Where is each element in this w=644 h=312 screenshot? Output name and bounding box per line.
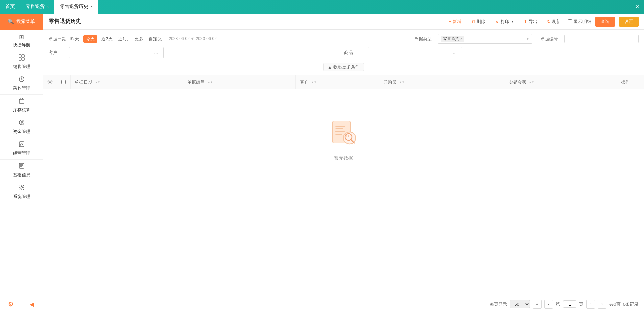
first-page-button[interactable]: « <box>533 300 542 309</box>
voucher-type-select[interactable]: 零售退货 × ▼ <box>438 34 532 44</box>
th-amount: 实销金额 ▲▼ <box>505 75 617 89</box>
sidebar-item-quick-nav[interactable]: ⊞ 快捷导航 <box>0 30 43 51</box>
th-customer-sort[interactable]: ▲▼ <box>311 81 317 84</box>
export-button[interactable]: ⬆ 导出 <box>521 17 540 26</box>
date-opt-more[interactable]: 更多 <box>133 35 145 43</box>
collapse-button[interactable]: ▲ 收起更多条件 <box>323 63 364 71</box>
table-header-row: 单据日期 ▲▼ 单据编号 ▲▼ 客户 ▲▼ 导购员 <box>43 75 644 89</box>
tab-retail-return-label: 零售退货 <box>26 4 45 10</box>
sidebar-item-finance[interactable]: 资金管理 <box>0 116 43 138</box>
voucher-type-dropdown-icon: ▼ <box>526 37 529 41</box>
th-spacer <box>477 75 505 89</box>
sidebar-item-system[interactable]: 系统管理 <box>0 181 43 203</box>
date-opt-yesterday[interactable]: 昨天 <box>69 35 80 43</box>
th-amount-label: 实销金额 <box>509 80 526 85</box>
sidebar-search-button[interactable]: 🔍 搜索菜单 <box>0 14 43 30</box>
date-opt-1month[interactable]: 近1月 <box>117 35 130 43</box>
sidebar-item-finance-label: 资金管理 <box>13 129 30 135</box>
svg-point-10 <box>49 81 51 83</box>
query-button[interactable]: 查询 <box>595 17 615 27</box>
svg-rect-0 <box>19 55 21 57</box>
purchase-mgmt-icon <box>19 76 25 84</box>
tab-retail-return[interactable]: 零售退货 × <box>20 0 54 14</box>
sidebar-item-inventory[interactable]: 库存核算 <box>0 95 43 116</box>
th-customer-label: 客户 <box>300 80 309 85</box>
last-page-button[interactable]: » <box>598 300 606 309</box>
tab-retail-return-history-close[interactable]: × <box>90 4 93 9</box>
page-size-select[interactable]: 20 50 100 <box>510 300 530 308</box>
new-icon: + <box>449 19 452 24</box>
sidebar-item-basic-info-label: 基础信息 <box>13 172 30 178</box>
refresh-button[interactable]: ↻ 刷新 <box>544 17 564 26</box>
date-range-display: 2023-06-02 至 2023-06-02 <box>169 36 216 42</box>
goods-input[interactable]: ... <box>368 47 462 58</box>
sidebar-item-basic-info[interactable]: 基础信息 <box>0 160 43 181</box>
tab-retail-return-history[interactable]: 零售退货历史 × <box>54 0 98 14</box>
th-no-label: 单据编号 <box>187 80 205 85</box>
sidebar-item-system-label: 系统管理 <box>13 194 30 200</box>
table-container: 单据日期 ▲▼ 单据编号 ▲▼ 客户 ▲▼ 导购员 <box>43 75 644 296</box>
customer-input[interactable]: ... <box>69 47 164 58</box>
th-guide: 导购员 ▲▼ <box>379 75 477 89</box>
sidebar-item-business[interactable]: 经营管理 <box>0 138 43 160</box>
date-opt-7days[interactable]: 近7天 <box>100 35 114 43</box>
settings-button[interactable]: 设置 <box>619 17 639 27</box>
tab-retail-return-close[interactable]: × <box>47 4 49 9</box>
filter-row-2: 客户 ... 商品 ... <box>49 47 639 58</box>
refresh-icon: ↻ <box>547 19 551 24</box>
page-number-input[interactable] <box>563 300 576 308</box>
th-no-sort[interactable]: ▲▼ <box>208 81 213 84</box>
export-label: 导出 <box>529 19 538 25</box>
sidebar-menu-button[interactable]: ◀ <box>26 298 38 310</box>
sidebar-settings-button[interactable]: ⚙ <box>5 298 17 310</box>
th-guide-sort[interactable]: ▲▼ <box>399 81 405 84</box>
delete-button[interactable]: 🗑 删除 <box>468 17 488 26</box>
next-page-button[interactable]: › <box>586 300 595 309</box>
filter-area: 单据日期 昨天 今天 近7天 近1月 更多 自定义 2023-06-02 至 2… <box>43 30 644 75</box>
voucher-no-input[interactable] <box>564 35 639 43</box>
date-opt-custom[interactable]: 自定义 <box>147 35 163 43</box>
date-opt-today[interactable]: 今天 <box>83 35 97 43</box>
th-date-sort[interactable]: ▲▼ <box>95 81 100 84</box>
tab-retail-return-history-label: 零售退货历史 <box>60 4 88 10</box>
sidebar-item-purchase-mgmt[interactable]: 采购管理 <box>0 73 43 95</box>
goods-filter-label: 商品 <box>344 50 368 56</box>
window-close-button[interactable]: × <box>630 0 644 14</box>
svg-rect-2 <box>19 58 21 60</box>
sidebar-item-quick-nav-label: 快捷导航 <box>13 42 30 48</box>
pagination-bar: 每页显示 20 50 100 « ‹ 第 页 › » 共0页, 0条记录 <box>43 296 644 312</box>
svg-rect-13 <box>335 128 343 129</box>
print-button[interactable]: 🖨 打印 ▼ <box>492 17 517 26</box>
svg-rect-15 <box>335 134 342 135</box>
sidebar-item-business-label: 经营管理 <box>13 150 30 156</box>
page-prefix: 第 <box>556 301 560 307</box>
display-detail-checkbox[interactable] <box>568 19 572 24</box>
th-no: 单据编号 ▲▼ <box>183 75 296 89</box>
table-settings-icon[interactable] <box>47 79 53 84</box>
page-title: 零售退货历史 <box>49 18 81 25</box>
th-guide-label: 导购员 <box>383 80 397 85</box>
data-table: 单据日期 ▲▼ 单据编号 ▲▼ 客户 ▲▼ 导购员 <box>43 75 644 188</box>
th-checkbox[interactable] <box>57 75 71 89</box>
quick-nav-icon: ⊞ <box>19 33 24 41</box>
new-button[interactable]: + 新增 <box>446 17 464 26</box>
inventory-icon <box>19 98 25 106</box>
voucher-type-remove-button[interactable]: × <box>460 37 462 41</box>
business-icon <box>19 141 25 149</box>
sidebar-item-sales-mgmt[interactable]: 销售管理 <box>0 51 43 73</box>
empty-row: 暂无数据 <box>43 89 644 189</box>
sales-mgmt-icon <box>19 54 25 62</box>
th-amount-sort[interactable]: ▲▼ <box>529 81 534 84</box>
empty-icon <box>327 116 360 150</box>
tab-home[interactable]: 首页 <box>0 0 20 14</box>
svg-rect-3 <box>22 58 24 60</box>
print-dropdown-icon: ▼ <box>511 20 514 23</box>
voucher-no-label: 单据编号 <box>541 36 564 42</box>
th-settings[interactable] <box>43 75 57 89</box>
empty-text: 暂无数据 <box>334 155 353 161</box>
delete-icon: 🗑 <box>471 19 475 24</box>
sidebar-item-sales-mgmt-label: 销售管理 <box>13 64 30 70</box>
empty-state-cell: 暂无数据 <box>43 89 644 189</box>
prev-page-button[interactable]: ‹ <box>544 300 553 309</box>
select-all-checkbox[interactable] <box>61 80 66 84</box>
